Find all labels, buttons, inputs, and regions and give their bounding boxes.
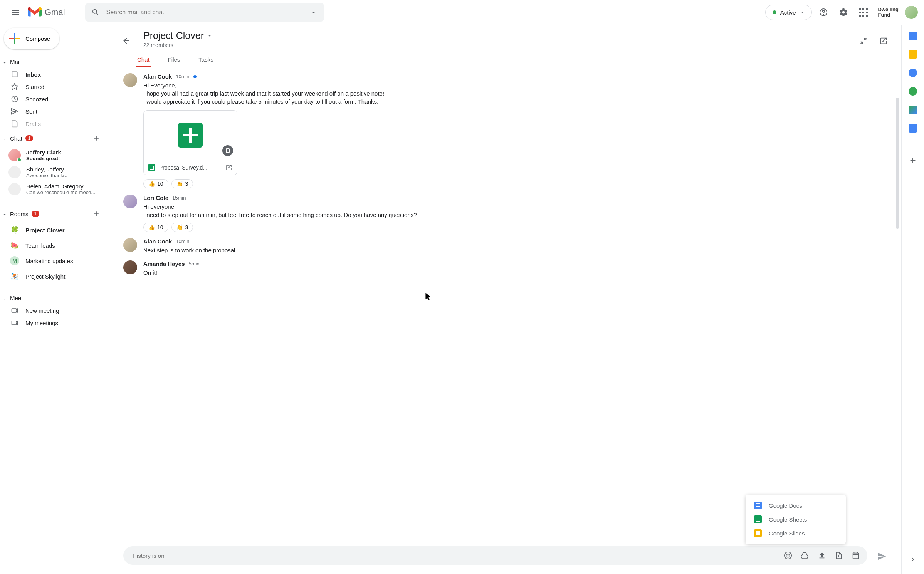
message-author: Alan Cook (143, 238, 172, 245)
collapse-button[interactable] (857, 34, 870, 48)
inbox-icon (11, 70, 18, 78)
upload-button[interactable] (815, 549, 829, 562)
open-new-icon (225, 164, 232, 171)
panel-toggle[interactable] (906, 552, 920, 566)
panel-add-button[interactable] (909, 156, 917, 164)
apps-grid-icon (859, 8, 868, 17)
back-button[interactable] (119, 33, 134, 49)
attachment-action-icon[interactable] (222, 145, 233, 156)
nav-inbox[interactable]: Inbox (0, 68, 108, 81)
panel-maps[interactable] (909, 106, 917, 114)
rooms-badge: 1 (32, 211, 40, 217)
help-icon (819, 8, 828, 17)
new-chat-button[interactable] (91, 133, 102, 144)
reaction-button[interactable]: 👏 3 (171, 179, 193, 188)
tab-files[interactable]: Files (166, 53, 182, 67)
section-meet-header[interactable]: Meet (0, 292, 108, 304)
presence-dot-icon (17, 158, 22, 162)
menu-google-docs[interactable]: Google Docs (746, 498, 846, 512)
caret-down-icon (2, 60, 7, 64)
room-tabs: Chat Files Tasks (108, 49, 901, 67)
section-rooms-header[interactable]: Rooms 1 (0, 205, 108, 222)
open-new-icon (879, 37, 888, 45)
compose-input-wrapper[interactable] (123, 546, 867, 565)
drive-button[interactable] (798, 549, 812, 562)
clock-icon (11, 95, 18, 103)
message: Amanda Hayes 5min On it! (123, 257, 890, 280)
tab-tasks[interactable]: Tasks (197, 53, 215, 67)
calendar-icon (852, 551, 860, 560)
message-list[interactable]: Alan Cook 10min Hi Everyone, I hope you … (108, 67, 901, 542)
status-label: Active (780, 9, 796, 16)
chat-item[interactable]: Shirley, Jeffery Awesome, thanks. (0, 164, 108, 181)
attachment-card[interactable]: Proposal Survey.d... (143, 110, 237, 175)
sheets-mini-icon (148, 164, 155, 171)
gmail-logo[interactable]: Gmail (28, 7, 67, 18)
room-emoji-icon: 🍀 (10, 225, 19, 235)
create-doc-button[interactable] (832, 549, 846, 562)
panel-tasks[interactable] (909, 69, 917, 77)
panel-contacts[interactable] (909, 87, 917, 96)
tab-chat[interactable]: Chat (136, 53, 151, 67)
google-apps-button[interactable] (855, 4, 872, 21)
new-doc-icon (835, 551, 843, 560)
section-mail-label: Mail (10, 59, 21, 65)
menu-google-sheets[interactable]: Google Sheets (746, 512, 846, 526)
message-time: 5min (189, 261, 200, 267)
compose-button[interactable]: Compose (4, 28, 59, 49)
contact-avatar (8, 183, 21, 195)
nav-snoozed[interactable]: Snoozed (0, 93, 108, 105)
chat-item[interactable]: Helen, Adam, Gregory Can we reschedule t… (0, 181, 108, 198)
svg-point-1 (786, 554, 788, 556)
nav-new-meeting[interactable]: New meeting (0, 304, 108, 317)
side-panel (902, 25, 924, 574)
status-selector[interactable]: Active (765, 5, 812, 20)
popout-button[interactable] (877, 34, 890, 48)
menu-google-slides[interactable]: Google Slides (746, 526, 846, 540)
room-title[interactable]: Project Clover (143, 30, 847, 41)
search-bar[interactable] (85, 3, 324, 22)
reaction-button[interactable]: 👍 10 (143, 223, 168, 232)
scrollbar[interactable] (896, 98, 899, 229)
room-letter-icon: M (10, 256, 19, 265)
message-text: On it! (143, 269, 890, 277)
section-mail-header[interactable]: Mail (0, 55, 108, 68)
contact-avatar (8, 149, 21, 161)
emoji-icon (784, 551, 792, 560)
room-item[interactable]: ⛷️ Project Skylight (0, 269, 108, 284)
panel-calendar[interactable] (909, 32, 917, 40)
open-attachment-button[interactable] (225, 164, 232, 171)
nav-starred[interactable]: Starred (0, 81, 108, 93)
search-options-icon[interactable] (309, 8, 318, 17)
room-item[interactable]: M Marketing updates (0, 253, 108, 269)
settings-button[interactable] (835, 4, 852, 21)
reaction-button[interactable]: 👍 10 (143, 179, 168, 188)
app-header: Gmail Active Dwelling Fund (0, 0, 924, 25)
panel-keep[interactable] (909, 50, 917, 59)
room-item[interactable]: 🍉 Team leads (0, 238, 108, 253)
reaction-button[interactable]: 👏 3 (171, 223, 193, 232)
chat-item[interactable]: Jeffery Clark Sounds great! (0, 147, 108, 164)
contact-avatar (8, 166, 21, 178)
message-author: Amanda Hayes (143, 260, 185, 267)
compose-input[interactable] (133, 552, 778, 559)
schedule-button[interactable] (849, 549, 863, 562)
gmail-icon (28, 7, 42, 18)
account-avatar[interactable] (905, 6, 918, 19)
room-item[interactable]: 🍀 Project Clover (0, 222, 108, 238)
message-avatar (123, 73, 137, 87)
main-menu-button[interactable] (6, 3, 25, 22)
panel-people[interactable] (909, 124, 917, 133)
section-chat-header[interactable]: Chat 1 (0, 130, 108, 147)
search-icon (91, 8, 100, 17)
send-button[interactable] (874, 548, 890, 565)
nav-drafts[interactable]: Drafts (0, 117, 108, 130)
nav-my-meetings[interactable]: My meetings (0, 317, 108, 329)
emoji-button[interactable] (781, 549, 795, 562)
nav-sent[interactable]: Sent (0, 105, 108, 117)
plus-icon (909, 156, 917, 164)
upload-icon (818, 551, 826, 560)
search-input[interactable] (106, 9, 303, 16)
support-button[interactable] (815, 4, 832, 21)
new-room-button[interactable] (91, 208, 102, 219)
